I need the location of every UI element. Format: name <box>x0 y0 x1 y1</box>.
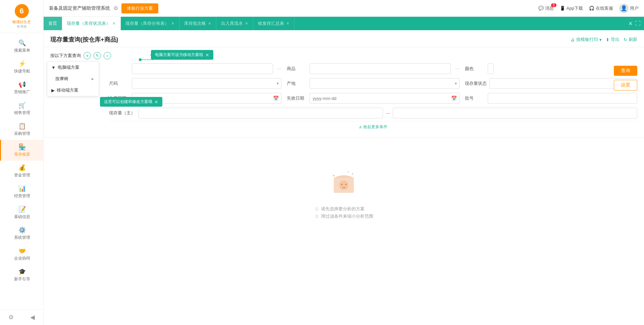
hint-text-2: 用过滤条件来缩小分析范围 <box>321 213 373 219</box>
edit-scheme-btn[interactable]: ✎ <box>94 52 101 59</box>
expdate-calendar-icon[interactable]: 📅 <box>451 96 457 101</box>
sidebar-logo: 6 畅通好生意 标准版 <box>0 0 43 33</box>
sidebar-item-label: 库存核算 <box>14 152 30 157</box>
logo-icon: 6 <box>15 4 29 18</box>
size-select[interactable] <box>132 78 281 89</box>
reset-settings-btn[interactable]: 设置 <box>614 80 637 91</box>
filter-col-goods: 商品 ··· <box>287 63 459 74</box>
tab-batch-account[interactable]: 库存批次账 ✕ <box>179 17 216 30</box>
search-btn-group: 查询 设置 <box>614 66 637 91</box>
print-btn[interactable]: 🖨 按模板打印 ▾ <box>571 37 602 43</box>
sidebar-item-inventory[interactable]: 🏪 库存核算 <box>0 140 43 161</box>
svg-point-3 <box>339 180 348 190</box>
goods-dots[interactable]: ··· <box>455 66 459 72</box>
tooltip-text-2: 这里可以创建和修改方案哦 <box>104 99 152 105</box>
sidebar-item-search[interactable]: 🔍 搜索菜单 <box>0 36 43 57</box>
collapse-label: 收起更多条件 <box>363 124 387 130</box>
svg-text:✦: ✦ <box>347 170 350 173</box>
tab-inventory-status[interactable]: 现存量（库存状况表） ✕ <box>62 17 121 30</box>
user-avatar-btn[interactable]: 👤 用户 <box>619 4 639 13</box>
collapse-sidebar-btn[interactable]: ◀ <box>30 314 35 321</box>
warehouse-input[interactable] <box>132 63 273 74</box>
tooltip1-close-btn[interactable]: ✕ <box>205 52 209 58</box>
topbar-left: 装备及固定资产辅助管理系统 ⚙ 体验行业方案 <box>49 3 158 13</box>
batch-label: 批号 <box>465 95 485 101</box>
tab-close-batch-account[interactable]: ✕ <box>208 21 211 25</box>
page-header: 现存量查询(按仓库+商品) 🖨 按模板打印 ▾ ⬆ 导出 ↻ 刷新 <box>44 30 644 47</box>
message-icon: 💬 <box>538 6 544 11</box>
sidebar-item-quicknav[interactable]: ⚡ 快捷导航 <box>0 57 43 77</box>
user-label: 用户 <box>630 5 639 11</box>
maximize-btn[interactable]: ⛶ <box>635 20 641 26</box>
enterprise-icon: 🤝 <box>18 247 26 255</box>
size-label: 尺码 <box>109 80 129 87</box>
add-scheme-btn[interactable]: + <box>84 52 91 59</box>
refresh-scheme-btn[interactable]: « <box>104 52 111 59</box>
sidebar: 6 畅通好生意 标准版 🔍 搜索菜单 ⚡ 快捷导航 📢 营销推广 🛒 销售管理 … <box>0 0 44 325</box>
filter-section: 按以下方案查询 + ✎ « ▼ 电脑端方案 按摩椅 ► ▶ 移动端方案 <box>44 47 644 138</box>
filter-row-2: 尺码 产地 <box>109 78 637 89</box>
tab-home[interactable]: 首页 <box>44 17 62 30</box>
warehouse-dots[interactable]: ··· <box>277 66 281 72</box>
desktop-scheme-group[interactable]: ▼ 电脑端方案 <box>47 62 99 73</box>
tab-collect-summary[interactable]: 收发存汇总表 ✕ <box>253 17 294 30</box>
origin-select[interactable] <box>310 78 459 89</box>
sidebar-item-label: 资金管理 <box>14 172 30 178</box>
svg-text:✦: ✦ <box>332 173 335 178</box>
settings-footer-btn[interactable]: ⚙ <box>8 314 14 321</box>
marketing-icon: 📢 <box>18 81 26 88</box>
guide-icon: 🎓 <box>18 268 26 275</box>
proddate-calendar-icon[interactable]: 📅 <box>273 96 279 101</box>
hint-num-2: ② <box>315 214 319 219</box>
tab-close-in-out-flow[interactable]: ✕ <box>245 21 248 25</box>
empty-illustration: ✦ ✦ ✦ <box>327 164 361 198</box>
collapse-bar[interactable]: ∧ 收起更多条件 <box>109 121 637 132</box>
search-query-btn[interactable]: 查询 <box>614 66 637 76</box>
color-label: 颜色 <box>465 66 485 72</box>
export-btn[interactable]: ⬆ 导出 <box>606 37 620 43</box>
sidebar-item-label: 企业协同 <box>14 256 30 261</box>
filter-col-quantity: 现存量（主） — <box>109 108 637 118</box>
sidebar-item-basic[interactable]: 📝 基础信息 <box>0 202 43 223</box>
sidebar-item-marketing[interactable]: 📢 营销推广 <box>0 77 43 98</box>
tab-inventory-dist[interactable]: 现存量（库存分布表） ✕ <box>121 17 179 30</box>
tab-close-inventory-dist[interactable]: ✕ <box>171 21 174 25</box>
close-all-tabs-btn[interactable]: ✕ <box>628 20 633 27</box>
sidebar-item-system[interactable]: ⚙️ 系统管理 <box>0 223 43 244</box>
sidebar-item-guide[interactable]: 🎓 新手引导 <box>0 265 43 285</box>
trial-btn[interactable]: 体验行业方案 <box>121 3 158 13</box>
refresh-btn[interactable]: ↻ 刷新 <box>624 37 637 43</box>
tooltip2-close-btn[interactable]: ✕ <box>154 99 158 105</box>
mobile-scheme-group[interactable]: ▶ 移动端方案 <box>47 85 99 96</box>
refresh-icon: ↻ <box>624 37 627 42</box>
tab-inventory-dist-label: 现存量（库存分布表） <box>125 20 169 26</box>
sidebar-item-label: 系统管理 <box>14 235 30 240</box>
online-support-btn[interactable]: 🎧 在线客服 <box>589 5 613 11</box>
filter-row-4: 现存量（主） — <box>109 108 637 118</box>
filter-row-3: 生产日期 📅 失效日期 📅 <box>109 93 637 104</box>
filter-label: 按以下方案查询 <box>50 53 81 59</box>
batch-input[interactable] <box>488 93 637 104</box>
color-select[interactable] <box>488 63 494 74</box>
sidebar-item-purchase[interactable]: 📋 采购管理 <box>0 119 43 140</box>
settings-gear-icon[interactable]: ⚙ <box>113 5 118 11</box>
scheme-item-massagechair[interactable]: 按摩椅 ► <box>47 73 99 85</box>
tab-close-collect-summary[interactable]: ✕ <box>286 21 289 25</box>
empty-state: ✦ ✦ ✦ ① 请先选择要分析的方案 ② 用过滤条件来缩小分析范围 <box>44 138 644 248</box>
tab-in-out-flow[interactable]: 出入库流水 ✕ <box>216 17 253 30</box>
system-title: 装备及固定资产辅助管理系统 <box>49 5 110 11</box>
topbar-right: 💬 消息 8 📱 App下载 🎧 在线客服 👤 用户 <box>538 4 639 13</box>
tab-close-inventory-status[interactable]: ✕ <box>112 21 116 25</box>
sidebar-item-sales[interactable]: 🛒 销售管理 <box>0 98 43 119</box>
goods-input[interactable] <box>310 63 451 74</box>
sidebar-item-enterprise[interactable]: 🤝 企业协同 <box>0 244 43 265</box>
expdate-label: 失效日期 <box>287 95 307 101</box>
quantity-max-input[interactable] <box>393 108 637 118</box>
sidebar-item-label: 销售管理 <box>14 110 30 116</box>
message-btn[interactable]: 💬 消息 8 <box>538 5 554 11</box>
expdate-input[interactable] <box>310 93 459 104</box>
app-download-btn[interactable]: 📱 App下载 <box>560 5 583 11</box>
quantity-min-input[interactable] <box>139 108 383 118</box>
sidebar-item-operation[interactable]: 📊 经营管理 <box>0 181 43 202</box>
sidebar-item-finance[interactable]: 💰 资金管理 <box>0 161 43 181</box>
